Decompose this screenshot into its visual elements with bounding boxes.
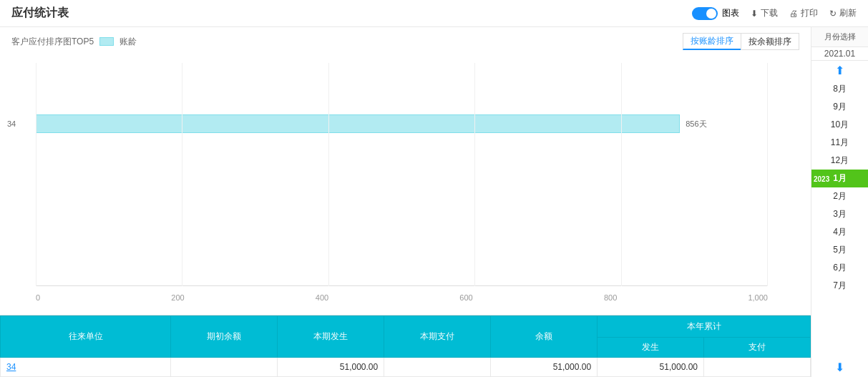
chart-toggle[interactable] — [692, 7, 718, 20]
header-actions: 图表 ⬇ 下载 🖨 打印 ↻ 刷新 — [692, 7, 857, 20]
month-label: 7月 — [833, 280, 847, 290]
col-year-total-header: 本年累计 — [598, 316, 811, 338]
month-label: 8月 — [833, 84, 847, 94]
x-tick-600: 600 — [459, 293, 472, 302]
cell-year-occur: 51,000.00 — [598, 358, 704, 377]
x-tick-0: 0 — [36, 293, 40, 302]
refresh-button[interactable]: ↻ 刷新 — [829, 7, 857, 19]
x-tick-800: 800 — [604, 293, 617, 302]
month-item[interactable]: 6月 — [811, 259, 868, 277]
col-period-pay-header: 本期支付 — [384, 316, 491, 358]
cell-year-pay — [704, 358, 811, 377]
month-label: 5月 — [833, 245, 847, 255]
x-axis-line — [36, 285, 768, 286]
col-period-balance-header: 期初余额 — [171, 316, 278, 358]
month-list: 8月9月10月11月12月20231月2月3月4月5月6月7月 — [811, 80, 868, 358]
month-label: 9月 — [833, 102, 847, 112]
chart-sort: 按账龄排序 按余额排序 — [683, 33, 799, 50]
x-axis-ticks: 0 200 400 600 800 1,000 — [36, 293, 768, 302]
col-period-occur-header: 本期发生 — [278, 316, 384, 358]
chart-label: 图表 — [722, 7, 739, 19]
refresh-label: 刷新 — [839, 7, 857, 19]
month-item[interactable]: 10月 — [811, 116, 868, 134]
content-area: 客户应付排序图TOP5 账龄 按账龄排序 按余额排序 34 856天 — [0, 27, 868, 377]
col-year-pay-header: 支付 — [704, 338, 811, 358]
month-item[interactable]: 3月 — [811, 205, 868, 223]
col-balance-header: 余额 — [491, 316, 598, 358]
sidebar-year-value: 2021.01 — [811, 47, 868, 61]
month-label: 3月 — [833, 209, 847, 219]
refresh-icon: ↻ — [829, 9, 837, 19]
x-tick-400: 400 — [316, 293, 328, 302]
year-badge: 2023 — [811, 174, 832, 183]
x-tick-1000: 1,000 — [748, 293, 768, 302]
month-item[interactable]: 7月 — [811, 277, 868, 295]
col-unit-header: 往来单位 — [1, 316, 171, 358]
table-row: 34 51,000.00 51,000.00 51,000.00 — [1, 358, 811, 377]
month-item[interactable]: 2月 — [811, 187, 868, 205]
legend-box-label: 账龄 — [120, 36, 137, 48]
legend-label: 客户应付排序图TOP5 — [11, 36, 94, 48]
chart-legend: 客户应付排序图TOP5 账龄 — [11, 36, 137, 48]
cell-balance: 51,000.00 — [491, 358, 598, 377]
legend-box — [99, 37, 114, 46]
download-icon: ⬇ — [751, 9, 758, 19]
cell-period-occur: 51,000.00 — [278, 358, 384, 377]
right-sidebar: 月份选择 2021.01 ⬆ 8月9月10月11月12月20231月2月3月4月… — [811, 27, 868, 377]
chart-header: 客户应付排序图TOP5 账龄 按账龄排序 按余额排序 — [0, 27, 811, 56]
sidebar-header: 月份选择 — [811, 27, 868, 47]
cell-period-pay — [384, 358, 491, 377]
month-item[interactable]: 11月 — [811, 134, 868, 152]
sort-by-balance-button[interactable]: 按余额排序 — [741, 33, 799, 50]
month-label: 11月 — [831, 137, 849, 147]
month-label: 10月 — [831, 119, 849, 129]
cell-unit[interactable]: 34 — [1, 358, 171, 377]
x-tick-200: 200 — [171, 293, 184, 302]
bar-row-label: 34 — [7, 119, 16, 128]
print-icon: 🖨 — [789, 9, 798, 19]
bar-fill — [36, 114, 680, 133]
month-item[interactable]: 5月 — [811, 241, 868, 259]
scroll-down-button[interactable]: ⬇ — [811, 358, 868, 377]
month-label: 6月 — [833, 263, 847, 273]
print-label: 打印 — [801, 7, 818, 19]
month-item[interactable]: 8月 — [811, 80, 868, 98]
table-section: 往来单位 期初余额 本期发生 本期支付 余额 本年累计 发生 支付 — [0, 315, 811, 377]
chart-body: 34 856天 0 200 400 600 800 1,000 — [0, 56, 811, 315]
month-item[interactable]: 9月 — [811, 98, 868, 116]
month-item[interactable]: 20231月 — [811, 170, 868, 187]
month-label: 1月 — [833, 173, 847, 183]
summary-table: 往来单位 期初余额 本期发生 本期支付 余额 本年累计 发生 支付 — [0, 315, 811, 377]
cell-period-balance — [171, 358, 278, 377]
page-title: 应付统计表 — [11, 6, 69, 21]
table-wrapper: 往来单位 期初余额 本期发生 本期支付 余额 本年累计 发生 支付 — [0, 315, 811, 377]
sort-by-age-button[interactable]: 按账龄排序 — [683, 33, 741, 50]
download-button[interactable]: ⬇ 下载 — [751, 7, 778, 19]
download-label: 下载 — [761, 7, 778, 19]
bar-end-label: 856天 — [686, 119, 706, 129]
chart-toggle-group[interactable]: 图表 — [692, 7, 739, 20]
month-label: 4月 — [833, 227, 847, 237]
page-header: 应付统计表 图表 ⬇ 下载 🖨 打印 ↻ 刷新 — [0, 0, 868, 27]
print-button[interactable]: 🖨 打印 — [789, 7, 818, 19]
scroll-up-button[interactable]: ⬆ — [811, 61, 868, 80]
chart-section: 客户应付排序图TOP5 账龄 按账龄排序 按余额排序 34 856天 — [0, 27, 811, 377]
month-item[interactable]: 12月 — [811, 152, 868, 170]
month-label: 12月 — [831, 155, 849, 165]
month-label: 2月 — [833, 191, 847, 201]
col-year-occur-header: 发生 — [598, 338, 704, 358]
month-item[interactable]: 4月 — [811, 223, 868, 241]
